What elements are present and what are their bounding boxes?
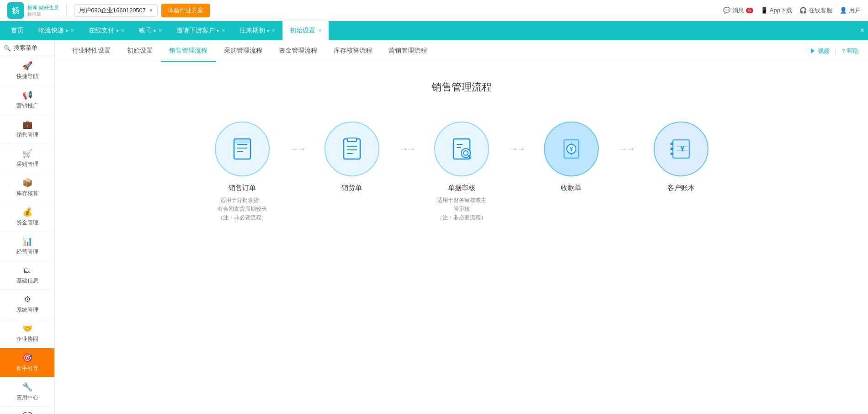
sidebar-item-basic[interactable]: 🗂 基础信息 [0, 261, 54, 290]
sub-tab-init[interactable]: 初始设置 [119, 40, 161, 62]
sub-tab-inventory-flow[interactable]: 库存核算流程 [325, 40, 380, 62]
drop-icon: ▾ [267, 28, 269, 33]
top-bar: 畅 畅库·做好生意 标准版 用户690企业1660120507 ▾ 体验行业方案… [0, 0, 868, 21]
sub-tab-marketing-flow-label: 营销管理流程 [389, 47, 427, 55]
flow-circle-sales-order[interactable] [215, 122, 270, 176]
wechat-icon: 💬 [22, 411, 32, 414]
close-all-tabs[interactable]: × [860, 27, 864, 35]
sub-tabs: 行业特性设置 初始设置 销售管理流程 采购管理流程 资金管理流程 库存核算流程 … [55, 40, 868, 62]
sub-tab-industry[interactable]: 行业特性设置 [64, 40, 119, 62]
flow-node-sales-order: 销售订单 适用于分批发货、有合同发货周期较长（注：非必要流程） [201, 122, 283, 223]
sidebar-inventory-label: 库存核算 [16, 190, 38, 197]
play-icon: ▶ [810, 48, 816, 54]
search-label: 搜索菜单 [14, 44, 37, 52]
nav-init-label: 初始设置 [290, 27, 315, 35]
close-icon[interactable]: × [318, 27, 321, 34]
help-label: 帮助 [847, 48, 859, 54]
flow-node-audit: 单据审核 适用于财务审核或主管审核（注：非必要流程） [421, 122, 503, 223]
flow-area: 销售管理流程 销售订单 适用于分批发货、有合同发货周期较长（ [55, 62, 868, 241]
sidebar-marketing-label: 营销推广 [16, 102, 38, 110]
sidebar-finance-label: 资金管理 [16, 219, 38, 227]
inventory-icon: 📦 [22, 178, 32, 188]
sub-tab-finance-flow[interactable]: 资金管理流程 [271, 40, 325, 62]
sidebar-item-wechat[interactable]: 💬 企业微信 [0, 407, 54, 414]
flow-node-receipt: ¥ 收款单 [530, 122, 612, 196]
app-download-item[interactable]: 📱 App下载 [761, 6, 792, 15]
dropdown-arrow-icon: ▾ [149, 7, 153, 14]
sub-tab-purchase-flow[interactable]: 采购管理流程 [216, 40, 271, 62]
nav-home-label: 首页 [11, 27, 24, 35]
audit-icon [449, 136, 474, 162]
arrow-icon: →→ [290, 143, 304, 154]
message-item[interactable]: 💬 消息 6 [723, 6, 753, 15]
sidebar-search[interactable]: 🔍 搜索菜单 [0, 40, 54, 56]
finance-icon: 💰 [22, 207, 32, 217]
sidebar-item-shortcut[interactable]: 🚀 快捷导航 [0, 56, 54, 85]
close-icon[interactable]: × [71, 27, 74, 34]
flow-node-account: ¥ 客户账本 [640, 122, 722, 196]
drop-icon: ▾ [217, 28, 219, 33]
nav-item-account[interactable]: 账号 ▾ × [132, 21, 169, 40]
nav-item-invite[interactable]: 邀请下游客户 ▾ × [169, 21, 232, 40]
operations-icon: 📊 [22, 236, 32, 246]
flow-node-delivery-title: 销货单 [341, 184, 362, 192]
basic-icon: 🗂 [23, 265, 32, 275]
sidebar-item-operations[interactable]: 📊 经营管理 [0, 232, 54, 261]
logo-sub: 标准版 [27, 11, 59, 17]
close-icon[interactable]: × [121, 27, 124, 34]
flow-node-account-title: 客户账本 [667, 184, 695, 192]
svg-rect-24 [671, 153, 673, 155]
flow-circle-audit[interactable] [434, 122, 489, 176]
sidebar-system-label: 系统管理 [16, 306, 38, 314]
delivery-icon [339, 136, 365, 162]
nav-item-init[interactable]: 初始设置 × [282, 21, 329, 40]
nav-bar: 首页 物流快递 ▾ × 在线支付 ▾ × 账号 ▾ × 邀请下游客户 ▾ × 往… [0, 21, 868, 40]
sidebar-item-finance[interactable]: 💰 资金管理 [0, 202, 54, 232]
nav-item-payment[interactable]: 在线支付 ▾ × [81, 21, 132, 40]
drop-icon: ▾ [66, 28, 68, 33]
svg-rect-22 [671, 143, 673, 145]
flow-node-audit-title: 单据审核 [448, 184, 475, 192]
sidebar-item-system[interactable]: ⚙ 系统管理 [0, 290, 54, 319]
main-layout: 🔍 搜索菜单 🚀 快捷导航 📢 营销推广 💼 销售管理 🛒 采购管理 📦 库存核… [0, 40, 868, 414]
nav-item-period[interactable]: 往来期初 ▾ × [232, 21, 282, 40]
close-icon[interactable]: × [222, 27, 225, 34]
user-avatar-item[interactable]: 👤 用户 [840, 6, 861, 15]
arrow-icon: →→ [399, 143, 414, 154]
top-bar-left: 畅 畅库·做好生意 标准版 用户690企业1660120507 ▾ 体验行业方案 [7, 2, 210, 19]
flow-circle-account[interactable]: ¥ [654, 122, 708, 176]
video-link[interactable]: ▶ 视频 [810, 47, 830, 55]
arrow-icon: →→ [509, 143, 524, 154]
flow-circle-delivery[interactable] [325, 122, 379, 176]
flow-circle-receipt[interactable]: ¥ [544, 122, 599, 176]
close-icon[interactable]: × [272, 27, 275, 34]
nav-logistics-label: 物流快递 [38, 27, 64, 35]
sidebar-item-purchase[interactable]: 🛒 采购管理 [0, 144, 54, 173]
sidebar-item-apps[interactable]: 🔧 应用中心 [0, 377, 54, 407]
logo-area: 畅 畅库·做好生意 标准版 [7, 2, 59, 19]
logo-icon: 畅 [7, 2, 24, 19]
flow-arrow-2: →→ [393, 122, 421, 154]
sub-tab-sales-flow[interactable]: 销售管理流程 [161, 40, 216, 62]
sidebar-purchase-label: 采购管理 [16, 160, 38, 168]
online-service-label: 在线客服 [809, 6, 832, 15]
sidebar-item-marketing[interactable]: 📢 营销推广 [0, 85, 54, 115]
video-label: 视频 [818, 48, 830, 54]
logo-texts: 畅库·做好生意 标准版 [27, 3, 59, 17]
sub-tab-marketing-flow[interactable]: 营销管理流程 [380, 40, 435, 62]
close-icon[interactable]: × [159, 27, 162, 34]
sidebar-item-collab[interactable]: 🤝 企业协同 [0, 319, 54, 348]
nav-item-home[interactable]: 首页 [4, 21, 31, 40]
sidebar-item-inventory[interactable]: 📦 库存核算 [0, 173, 54, 202]
search-icon: 🔍 [4, 45, 11, 52]
trial-button[interactable]: 体验行业方案 [161, 4, 210, 17]
nav-item-logistics[interactable]: 物流快递 ▾ × [31, 21, 81, 40]
sub-tab-inventory-flow-label: 库存核算流程 [334, 47, 372, 55]
shortcut-icon: 🚀 [22, 61, 32, 71]
user-selector[interactable]: 用户690企业1660120507 ▾ [74, 4, 158, 17]
sidebar-item-guide[interactable]: 🎯 新手引导 [0, 348, 54, 377]
online-service-item[interactable]: 🎧 在线客服 [799, 6, 832, 15]
flow-nodes: 销售订单 适用于分批发货、有合同发货周期较长（注：非必要流程） →→ [82, 122, 841, 223]
help-link[interactable]: ? 帮助 [842, 47, 859, 55]
sidebar-item-sales[interactable]: 💼 销售管理 [0, 115, 54, 144]
